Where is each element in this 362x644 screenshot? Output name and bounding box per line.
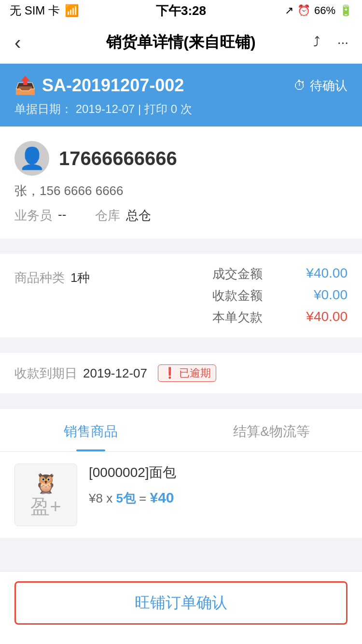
carrier-label: 无 SIM 卡: [10, 3, 60, 18]
received-value: ¥0.00: [314, 287, 348, 304]
logo-line1: 🦉: [30, 472, 61, 495]
status-right: ↗ ⏰ 66% 🔋: [285, 4, 352, 17]
order-status: ⏱ 待确认: [293, 77, 348, 94]
warehouse-label: 仓库: [95, 207, 120, 224]
product-name: [0000002]面包: [89, 463, 348, 482]
tab-sales-products-label: 销售商品: [64, 424, 118, 439]
order-date-value: 2019-12-07: [76, 102, 135, 115]
wifi-icon: 📶: [65, 4, 79, 17]
logo-line2: 盈+: [30, 495, 61, 518]
order-header-banner: 📤 SA-20191207-002 ⏱ 待确认 单据日期： 2019-12-07…: [0, 64, 362, 126]
status-bar: 无 SIM 卡 📶 下午3:28 ↗ ⏰ 66% 🔋: [0, 0, 362, 21]
product-item: 🦉 盈+ [0000002]面包 ¥8 x 5包 = ¥40: [0, 452, 362, 538]
share-button[interactable]: ⤴: [309, 31, 324, 54]
product-types: 商品种类 1种: [14, 266, 90, 286]
order-icon: 📤: [14, 75, 36, 96]
order-print-info: | 打印 0 次: [138, 102, 192, 115]
equals-text: =: [139, 491, 150, 505]
owing-label: 本单欠款: [212, 309, 263, 326]
due-date-label: 收款到期日: [14, 365, 77, 382]
overdue-text: 已逾期: [179, 366, 211, 380]
nav-bar: ‹ 销货单详情(来自旺铺) ⤴ ···: [0, 21, 362, 64]
tab-settlement-logistics[interactable]: 结算&物流等: [181, 409, 362, 451]
tabs-section: 销售商品 结算&物流等 🦉 盈+ [0000002]面包 ¥8 x 5包 = ¥…: [0, 409, 362, 538]
received-label: 收款金额: [212, 287, 263, 304]
battery-icon: 🔋: [339, 4, 352, 17]
tab-sales-products[interactable]: 销售商品: [0, 409, 181, 451]
amount-value: ¥40.00: [306, 266, 348, 282]
page-title: 销货单详情(来自旺铺): [106, 32, 255, 53]
order-date: 单据日期： 2019-12-07 | 打印 0 次: [14, 101, 348, 117]
customer-phone: 17666666666: [59, 148, 177, 169]
summary-row: 商品种类 1种 成交金额 ¥40.00 收款金额 ¥0.00 本单欠款 ¥40.…: [14, 266, 348, 326]
warehouse-value: 总仓: [126, 207, 151, 224]
total-price: ¥40: [150, 490, 174, 505]
nav-actions: ⤴ ···: [309, 31, 352, 54]
due-date-section: 收款到期日 2019-12-07 ❗ 已逾期: [0, 353, 362, 393]
product-price-row: ¥8 x 5包 = ¥40: [89, 490, 348, 507]
product-info: [0000002]面包 ¥8 x 5包 = ¥40: [89, 463, 348, 507]
divider-3: [0, 401, 362, 409]
amount-label: 成交金额: [212, 266, 263, 282]
status-time: 下午3:28: [156, 2, 206, 19]
product-types-label: 商品种类: [14, 269, 65, 286]
salesperson-item: 业务员 --: [14, 207, 66, 224]
salesperson-value: --: [58, 207, 66, 224]
status-text: 待确认: [310, 77, 348, 94]
due-date-value: 2019-12-07: [83, 366, 147, 381]
owing-value: ¥40.00: [306, 309, 348, 326]
back-button[interactable]: ‹: [10, 28, 26, 57]
customer-name: 张，156 6666 6666: [14, 182, 348, 199]
summary-section: 商品种类 1种 成交金额 ¥40.00 收款金额 ¥0.00 本单欠款 ¥40.…: [0, 254, 362, 337]
avatar: 👤: [14, 141, 49, 176]
overdue-icon: ❗: [163, 367, 176, 379]
quantity-text: 5包: [116, 491, 135, 505]
battery-label: 66%: [314, 4, 335, 17]
order-header-top: 📤 SA-20191207-002 ⏱ 待确认: [14, 75, 348, 96]
received-line: 收款金额 ¥0.00: [212, 287, 348, 304]
more-button[interactable]: ···: [334, 31, 352, 54]
tab-settlement-logistics-label: 结算&物流等: [233, 424, 310, 439]
tabs-row: 销售商品 结算&物流等: [0, 409, 362, 452]
customer-details: 业务员 -- 仓库 总仓: [14, 207, 348, 224]
status-clock-icon: ⏱: [293, 78, 306, 93]
confirm-order-button[interactable]: 旺铺订单确认: [14, 581, 348, 625]
divider-2: [0, 345, 362, 353]
product-types-value: 1种: [70, 269, 90, 286]
price-text: ¥8 x: [89, 491, 116, 505]
alarm-icon: ⏰: [297, 4, 310, 17]
order-id: 📤 SA-20191207-002: [14, 75, 184, 96]
customer-section: 👤 17666666666 张，156 6666 6666 业务员 -- 仓库 …: [0, 126, 362, 238]
product-thumb-logo: 🦉 盈+: [30, 472, 61, 518]
salesperson-label: 业务员: [14, 207, 52, 224]
amount-line: 成交金额 ¥40.00: [212, 266, 348, 282]
customer-row: 👤 17666666666: [14, 141, 348, 176]
divider-1: [0, 246, 362, 254]
order-id-text: SA-20191207-002: [42, 75, 184, 96]
gps-icon: ↗: [285, 4, 293, 17]
overdue-badge: ❗ 已逾期: [158, 364, 216, 382]
bottom-bar: 旺铺订单确认: [0, 571, 362, 644]
warehouse-item: 仓库 总仓: [95, 207, 151, 224]
owing-line: 本单欠款 ¥40.00: [212, 309, 348, 326]
status-left: 无 SIM 卡 📶: [10, 3, 79, 18]
product-thumbnail: 🦉 盈+: [14, 463, 77, 526]
avatar-icon: 👤: [19, 146, 45, 171]
order-date-label: 单据日期：: [14, 102, 72, 115]
amounts-summary: 成交金额 ¥40.00 收款金额 ¥0.00 本单欠款 ¥40.00: [212, 266, 348, 326]
